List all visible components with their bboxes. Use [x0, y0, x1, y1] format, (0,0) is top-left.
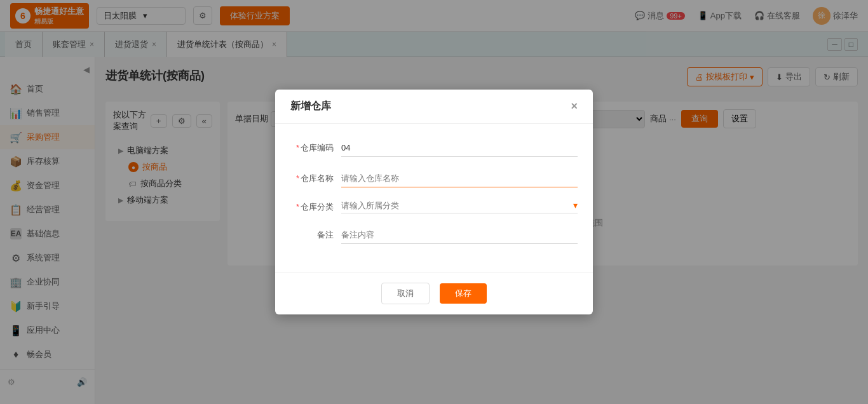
cancel-button[interactable]: 取消	[381, 283, 430, 304]
note-input[interactable]	[341, 226, 578, 244]
modal-title: 新增仓库	[290, 100, 331, 113]
code-label: 仓库编码	[290, 142, 341, 154]
form-row-name: 仓库名称	[290, 170, 578, 187]
code-input[interactable]	[341, 139, 578, 157]
save-button[interactable]: 保存	[440, 283, 487, 304]
category-select-wrapper: ▾	[341, 200, 578, 213]
add-warehouse-modal: 新增仓库 × 仓库编码 仓库名称 仓库分类 ▾	[275, 90, 593, 314]
modal-header: 新增仓库 ×	[275, 90, 593, 124]
form-row-code: 仓库编码	[290, 139, 578, 157]
name-label: 仓库名称	[290, 173, 341, 184]
modal-body: 仓库编码 仓库名称 仓库分类 ▾ 备注	[275, 124, 593, 272]
modal-close-button[interactable]: ×	[571, 100, 578, 113]
category-dropdown-icon[interactable]: ▾	[573, 200, 578, 210]
name-input[interactable]	[341, 170, 578, 187]
category-input[interactable]	[341, 201, 573, 210]
form-row-category: 仓库分类 ▾	[290, 200, 578, 213]
category-label: 仓库分类	[290, 201, 341, 213]
form-row-note: 备注	[290, 226, 578, 244]
modal-overlay: 新增仓库 × 仓库编码 仓库名称 仓库分类 ▾	[0, 0, 868, 404]
modal-footer: 取消 保存	[275, 272, 593, 314]
note-label: 备注	[290, 229, 341, 241]
